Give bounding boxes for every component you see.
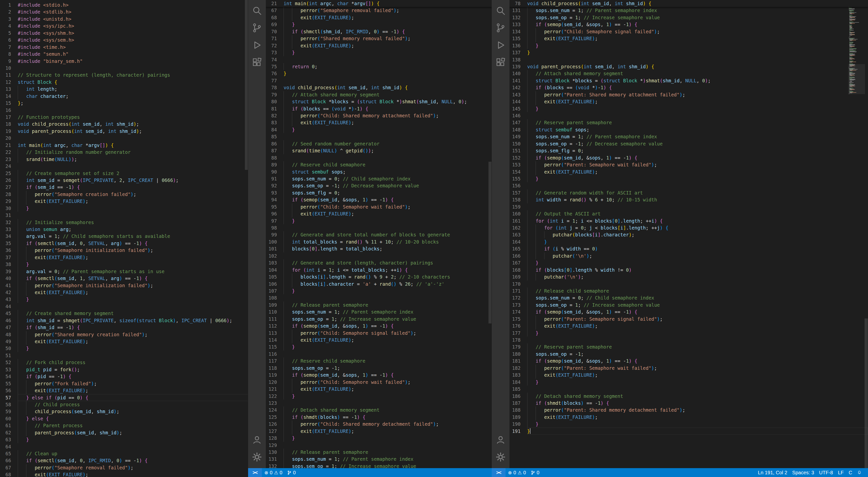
code-line[interactable]: 79 // Attach shared memory segment [266, 91, 492, 98]
code-line[interactable]: 185 [509, 386, 868, 392]
code-line[interactable]: 128 } [266, 435, 492, 442]
code-line[interactable]: 99 // Generate and store total number of… [266, 231, 492, 238]
code-line[interactable]: 116 [266, 351, 492, 357]
code-line[interactable]: 164 } [509, 238, 868, 245]
code-line[interactable]: 126 perror("Child: Shared memory detachm… [266, 420, 492, 427]
code-line[interactable]: 5#include <sys/shm.h> [0, 30, 248, 36]
code-line[interactable]: 27 if (sem_id == -1) { [0, 184, 248, 191]
code-line[interactable]: 90 struct sembuf sops; [266, 168, 492, 175]
code-line[interactable]: 136 } [509, 42, 868, 49]
code-line[interactable]: 76} [266, 70, 492, 77]
notifications-bell-icon[interactable] [855, 468, 864, 477]
code-line[interactable]: 153 perror("Parent: Semaphore wait faile… [509, 161, 868, 168]
code-line[interactable]: 190 } [509, 420, 868, 427]
code-line[interactable]: 28 perror("Semaphore creation failed"); [0, 191, 248, 198]
code-line[interactable]: 106 blocks[i].character = 'a' + rand() %… [266, 281, 492, 287]
code-line[interactable]: 91 sops.sem_num = 0; // Child semaphore … [266, 175, 492, 182]
code-line[interactable]: 144 exit(EXIT_FAILURE); [509, 98, 868, 105]
code-line[interactable]: 117 // Reserve child semaphore [266, 357, 492, 364]
code-line[interactable]: 67 perror("Semaphore removal failed"); [266, 7, 492, 14]
code-line[interactable]: 16 [0, 107, 248, 114]
code-line[interactable]: 139void parent_process(int sem_id, int s… [509, 63, 868, 70]
code-line[interactable]: 103 // Generate and store (length, chara… [266, 259, 492, 266]
code-line[interactable]: 64 [0, 443, 248, 450]
code-line[interactable]: 184 } [509, 379, 868, 386]
problems-indicator[interactable]: ⊗0 ⚠0 [262, 468, 285, 477]
code-line[interactable]: 4#include <sys/ipc.h> [0, 23, 248, 29]
accounts-icon[interactable] [248, 431, 266, 448]
code-line[interactable]: 81 if (blocks == (void *)-1) { [266, 105, 492, 112]
code-line[interactable]: 8#include "semun.h" [0, 51, 248, 58]
code-line[interactable]: 176 exit(EXIT_FAILURE); [509, 322, 868, 329]
code-line[interactable]: 75 return 0; [266, 63, 492, 70]
accounts-icon[interactable] [492, 431, 509, 448]
code-line[interactable]: 29 exit(EXIT_FAILURE); [0, 198, 248, 204]
code-line[interactable]: 154 exit(EXIT_FAILURE); [509, 168, 868, 175]
encoding-setting[interactable]: UTF-8 [817, 468, 836, 477]
code-line[interactable]: 191} [509, 428, 868, 435]
code-line[interactable]: 86 // Seed random number generator [266, 140, 492, 147]
code-line[interactable]: 172 sops.sem_num = 0; // Child semaphore… [509, 294, 868, 301]
code-line[interactable]: 3#include <unistd.h> [0, 15, 248, 23]
code-line[interactable]: 132 sops.sem_op = 1; // Increase semapho… [509, 14, 868, 21]
editor-pane-left[interactable]: 1#include <stdio.h>2#include <stdlib.h>3… [0, 0, 248, 477]
code-line[interactable]: 12struct Block { [0, 78, 248, 86]
code-line[interactable]: 55 perror("Fork failed"); [0, 380, 248, 387]
code-line[interactable]: 32 // Initialize semaphores [0, 219, 248, 226]
code-line[interactable]: 22 // Initialize random number generator [0, 149, 248, 156]
code-line[interactable]: 108 [266, 294, 492, 301]
code-line[interactable]: 147 // Reserve parent semaphore [509, 119, 868, 126]
code-line[interactable]: 17// Function prototypes [0, 114, 248, 121]
code-line[interactable]: 26 int sem_id = semget(IPC_PRIVATE, 2, I… [0, 177, 248, 184]
code-line[interactable]: 54 if (pid == -1) { [0, 373, 248, 380]
code-line[interactable]: 110 sops.sem_num = 1; // Parent semaphor… [266, 308, 492, 315]
code-line[interactable]: 69 } [266, 21, 492, 28]
code-line[interactable]: 112 if (semop(sem_id, &sops, 1) == -1) { [266, 322, 492, 329]
code-line[interactable]: 96 exit(EXIT_FAILURE); [266, 210, 492, 217]
code-line[interactable]: 67 perror("Semaphore removal failed"); [0, 464, 248, 471]
code-line[interactable]: 31 [0, 212, 248, 219]
code-line[interactable]: 48 perror("Shared memory creation failed… [0, 331, 248, 338]
code-line[interactable]: 15}; [0, 100, 248, 106]
code-line[interactable]: 88 [266, 154, 492, 161]
code-line[interactable]: 182 perror("Parent: Semaphore wait faile… [509, 364, 868, 372]
code-line[interactable]: 131 sops.sem_num = 1; // Parent semaphor… [266, 455, 492, 463]
code-line[interactable]: 85 [266, 133, 492, 140]
code-line[interactable]: 180 sops.sem_op = -1; [509, 351, 868, 357]
indentation-setting[interactable]: Spaces: 3 [790, 468, 817, 477]
editor-pane-center[interactable]: 21int main(int argc, char *argv[]) {67 p… [266, 0, 492, 468]
code-line[interactable]: 36 perror("Semaphore initialization fail… [0, 247, 248, 254]
code-line[interactable]: 53 pid_t pid = fork(); [0, 366, 248, 373]
code-line[interactable]: 87 srand(time(NULL) ^ getpid()); [266, 147, 492, 154]
code-line[interactable]: 100 int total_blocks = rand() % 11 + 10;… [266, 238, 492, 245]
code-line[interactable]: 14 char character; [0, 93, 248, 100]
extensions-icon[interactable] [248, 54, 266, 71]
eol-setting[interactable]: LF [835, 468, 846, 477]
code-line[interactable]: 42 exit(EXIT_FAILURE); [0, 289, 248, 296]
code-line[interactable]: 159 [509, 203, 868, 210]
code-line[interactable]: 98 [266, 224, 492, 231]
code-line[interactable]: 11// Structure to represent (length, cha… [0, 71, 248, 78]
code-line[interactable]: 151 sops.sem_flg = 0; [509, 147, 868, 154]
cursor-position[interactable]: Ln 191, Col 2 [755, 468, 790, 477]
code-line[interactable]: 131 sops.sem_num = 1; // Parent semaphor… [509, 7, 868, 14]
code-line[interactable]: 25 // Create semaphore set of size 2 [0, 170, 248, 177]
scrollbar-thumb[interactable] [865, 318, 868, 468]
code-line[interactable]: 105 blocks[i].length = rand() % 9 + 2; /… [266, 274, 492, 280]
remote-indicator[interactable]: >< [492, 468, 505, 477]
code-line[interactable]: 161 for (int i = 1; i <= blocks[0].lengt… [509, 217, 868, 224]
code-line[interactable]: 175 perror("Parent: Semaphore signal fai… [509, 316, 868, 322]
code-line[interactable]: 50 } [0, 345, 248, 352]
language-mode[interactable]: C [846, 468, 855, 477]
code-line[interactable]: 146 [509, 112, 868, 119]
code-line[interactable]: 92 sops.sem_op = -1; // Decrease semapho… [266, 182, 492, 189]
code-line[interactable]: 49 exit(EXIT_FAILURE); [0, 338, 248, 345]
code-line[interactable]: 121 exit(EXIT_FAILURE); [266, 386, 492, 392]
code-line[interactable]: 102 [266, 252, 492, 259]
code-line[interactable]: 158 int width = rand() % 6 + 10; // 10-1… [509, 196, 868, 203]
branch-indicator[interactable]: 0 [528, 468, 542, 477]
code-line[interactable]: 84 } [266, 126, 492, 133]
code-line[interactable]: 24 [0, 163, 248, 169]
code-line[interactable]: 156 [509, 182, 868, 189]
code-line[interactable]: 73 } [266, 49, 492, 56]
